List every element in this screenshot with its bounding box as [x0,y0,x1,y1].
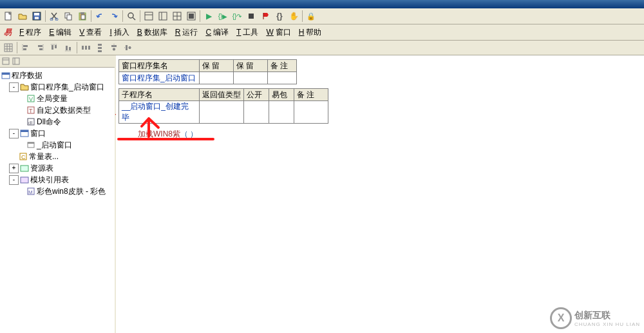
col-assembly-name: 窗口程序集名 [119,60,200,72]
tree-item[interactable]: T自定义数据类型 [1,104,113,116]
toolbar-separator [140,10,140,22]
menu-window[interactable]: W窗口 [263,26,293,39]
svg-rect-71 [21,166,28,171]
window-icon [20,129,29,138]
menu-compile[interactable]: C编译 [203,26,231,39]
col-easypack: 易包 [269,89,294,101]
svg-rect-55 [13,58,19,64]
dist-v-icon[interactable] [93,41,107,55]
menu-database[interactable]: B数据库 [135,26,170,39]
dll-icon: dl [26,117,35,126]
toolbar-separator [302,10,303,22]
open-file-button[interactable] [15,9,30,23]
svg-rect-42 [85,46,87,50]
svg-rect-40 [69,47,71,50]
grid-icon[interactable] [1,41,15,55]
svg-rect-36 [52,45,53,50]
align-bottom-icon[interactable] [61,41,75,55]
undo-button[interactable] [93,9,107,23]
project-panel-header [0,55,115,68]
tree-toggle-icon[interactable]: - [9,129,19,138]
debug-stepover-button[interactable]: {}▶ [216,9,230,23]
tree-root[interactable]: 程序数据 [1,70,113,81]
copy-button[interactable] [61,9,75,23]
watermark-logo: X 创新互联 CHUANG XIN HU LIAN [550,307,640,329]
tree-item[interactable]: C常量表... [1,151,113,162]
tree-item[interactable]: V全局变量 [1,93,113,104]
lock-button[interactable]: 🔒 [304,9,318,23]
tree-toggle-icon[interactable]: + [9,164,19,173]
debug-step-button[interactable]: ▶ [202,9,216,23]
svg-rect-2 [34,13,39,15]
table-row[interactable]: 窗口程序集_启动窗口 [119,72,297,84]
tree-item[interactable]: dlDll命令 [1,116,113,128]
redo-button[interactable] [107,9,121,23]
tree-item[interactable]: -窗口程序集_启动窗口 [1,81,113,93]
align-top-icon[interactable] [47,41,61,55]
toolbar-separator [77,42,77,53]
new-file-button[interactable] [1,9,15,23]
tree-item-label: 彩色win8皮肤 - 彩色 [37,186,106,197]
cell-assembly-name[interactable]: 窗口程序集_启动窗口 [119,72,200,84]
panel-tab2-icon[interactable] [12,57,21,66]
menu-tools[interactable]: T工具 [234,26,261,39]
svg-rect-46 [98,50,102,52]
app-logo-menu[interactable]: 易 [1,26,14,39]
svg-line-12 [133,17,135,20]
module-icon: M [26,187,35,196]
svg-point-11 [128,13,133,18]
tree-item-label: 常量表... [29,151,59,162]
menu-program[interactable]: F程序 [17,26,44,39]
tree-item[interactable]: -窗口 [1,128,113,139]
paste-button[interactable] [75,9,90,23]
tree-item[interactable]: _启动窗口 [1,139,113,151]
layout1-button[interactable] [142,9,156,23]
svg-text:M: M [28,189,33,195]
toolbar-separator [17,42,17,53]
svg-rect-39 [66,46,68,50]
assembly-table[interactable]: 窗口程序集名 保 留 保 留 备 注 窗口程序集_启动窗口 [118,59,297,84]
svg-rect-34 [39,48,43,50]
menu-edit[interactable]: E编辑 [46,26,74,39]
var-icon: V [26,94,35,103]
save-button[interactable] [30,9,44,23]
tree-toggle-icon[interactable]: - [9,82,19,92]
menu-insert[interactable]: I插入 [107,26,131,39]
logo-sub: CHUANG XIN HU LIAN [574,321,640,327]
tree-item-label: 模块引用表 [30,175,69,186]
breakpoint-button[interactable] [258,9,272,23]
toolbar-secondary [0,41,644,55]
align-right-icon[interactable] [33,41,47,55]
braces-button[interactable]: {} [272,9,287,23]
svg-rect-13 [145,12,153,20]
hand-button[interactable]: ✋ [287,9,301,23]
layout3-button[interactable] [170,9,184,23]
menu-run[interactable]: R运行 [173,26,201,39]
center-h-icon[interactable] [107,41,121,55]
layout4-button[interactable] [184,9,198,23]
dist-h-icon[interactable] [79,41,93,55]
find-button[interactable] [124,9,138,23]
cut-button[interactable] [47,9,61,23]
tree-item[interactable]: -模块引用表 [1,174,113,186]
svg-rect-15 [159,12,167,20]
toolbar-separator [45,10,46,22]
code-editor[interactable]: · 窗口程序集名 保 留 保 留 备 注 窗口程序集_启动窗口 子程序名 返回值… [116,55,644,333]
align-left-icon[interactable] [19,41,33,55]
layout2-button[interactable] [156,9,170,23]
workspace: 程序数据 -窗口程序集_启动窗口V全局变量T自定义数据类型dlDll命令-窗口_… [0,55,644,333]
panel-tab1-icon[interactable] [1,57,10,66]
debug-stepout-button[interactable]: {}↷ [230,9,244,23]
menu-help[interactable]: H帮助 [296,26,325,39]
center-v-icon[interactable] [121,41,135,55]
folder-icon [20,82,29,91]
tree-item[interactable]: +资源表 [1,162,113,174]
project-tree[interactable]: 程序数据 -窗口程序集_启动窗口V全局变量T自定义数据类型dlDll命令-窗口_… [0,68,115,333]
debug-stop-button[interactable] [244,9,258,23]
tree-item-label: Dll命令 [37,117,61,128]
type-icon: T [26,106,35,115]
menu-view[interactable]: V查看 [77,26,104,39]
tree-toggle-icon[interactable]: - [9,175,19,185]
svg-rect-24 [5,44,12,52]
tree-item[interactable]: M彩色win8皮肤 - 彩色 [1,186,113,197]
